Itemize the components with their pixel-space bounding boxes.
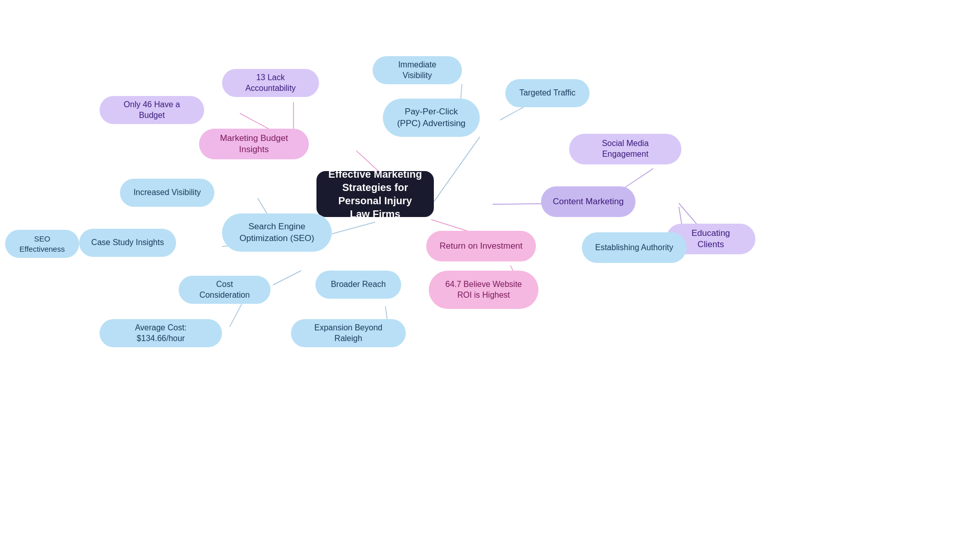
- svg-line-9: [332, 222, 375, 234]
- svg-line-13: [273, 271, 301, 285]
- increased-visibility-node: Increased Visibility: [120, 179, 214, 207]
- broader-reach-node: Broader Reach: [315, 271, 401, 299]
- immediate-visibility-node: Immediate Visibility: [373, 56, 462, 84]
- expansion-node: Expansion Beyond Raleigh: [291, 319, 406, 347]
- content-marketing-node: Content Marketing: [541, 186, 635, 217]
- establishing-authority-node: Establishing Authority: [582, 232, 687, 263]
- website-roi-node: 64.7 Believe Website ROI is Highest: [429, 271, 538, 309]
- case-study-node: Case Study Insights: [79, 229, 176, 257]
- seo-node: Search Engine Optimization (SEO): [222, 213, 332, 252]
- only-46-node: Only 46 Have a Budget: [100, 96, 204, 124]
- ppc-node: Pay-Per-Click (PPC) Advertising: [383, 99, 480, 137]
- seo-effectiveness-node: SEO Effectiveness: [5, 230, 79, 258]
- svg-line-4: [623, 169, 653, 189]
- center-node: Effective Marketing Strategies for Perso…: [316, 171, 434, 217]
- targeted-traffic-node: Targeted Traffic: [505, 79, 590, 107]
- svg-line-0: [434, 137, 480, 202]
- roi-node: Return on Investment: [426, 231, 536, 261]
- social-media-node: Social Media Engagement: [569, 134, 681, 164]
- cost-consideration-node: Cost Consideration: [179, 276, 271, 304]
- lack-accountability-node: 13 Lack Accountability: [222, 69, 319, 97]
- avg-cost-node: Average Cost: $134.66/hour: [100, 319, 222, 347]
- marketing-budget-node: Marketing Budget Insights: [199, 129, 309, 159]
